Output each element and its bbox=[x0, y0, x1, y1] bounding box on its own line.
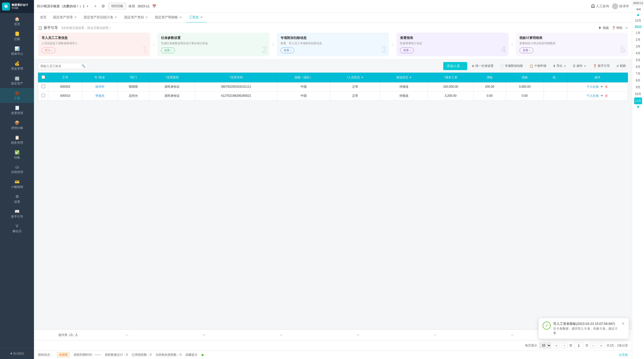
cell-name-0[interactable]: 徐泽华 bbox=[82, 82, 117, 91]
toast-notification: ✓ 导入工资表模板(2023-03-23 15:07:59.897) 共 9 条… bbox=[538, 318, 629, 339]
newguide-btn[interactable]: ❓ 新手引导 bbox=[591, 63, 612, 69]
account-selector[interactable]: 刘小艳演示账套（勿删勿动！）1 ▼ bbox=[37, 4, 89, 9]
panel-month-11[interactable]: 11月 bbox=[634, 97, 642, 104]
tab-asset-types[interactable]: 固定资产类别✕ bbox=[121, 13, 151, 23]
calendar-icon[interactable]: 📅 bbox=[152, 4, 156, 8]
export-btn[interactable]: ⬆ 导出 ▼ bbox=[551, 63, 568, 69]
general-ledger-icon: 📒 bbox=[15, 31, 20, 36]
sidebar-item-funds[interactable]: 💰 资金管理 bbox=[0, 59, 34, 73]
panel-month-5[interactable]: 5月 bbox=[634, 57, 642, 64]
next-page-btn[interactable]: › bbox=[590, 343, 596, 348]
add-account-btn[interactable]: ＋ bbox=[92, 3, 98, 10]
table-header: 工号 ⇅ *姓名 *部门 *证照类型 *证照号码 国籍（地区） *人员状态 ▼ … bbox=[38, 73, 628, 82]
page-num-input[interactable] bbox=[574, 343, 583, 348]
sidebar-item-settings[interactable]: ⚙ 设置 bbox=[0, 192, 34, 207]
step-5-btn[interactable]: 查看 › bbox=[519, 47, 533, 53]
panel-month-9[interactable]: 9月 bbox=[634, 84, 642, 91]
step-2-btn[interactable]: 设置 › bbox=[161, 47, 175, 53]
operations-btn[interactable]: ☰ 操作 ▼ bbox=[571, 63, 588, 69]
sidebar-item-inventory[interactable]: 📦 进销台账 bbox=[0, 118, 34, 133]
total-records: 共1页，2条记录 bbox=[607, 343, 628, 348]
refresh-btn[interactable]: ↺ 刷新 bbox=[614, 63, 628, 69]
tab-close-asset-types[interactable]: ✕ bbox=[145, 16, 148, 19]
panel-expand-btn[interactable]: ◀◀ bbox=[635, 6, 641, 12]
cancel-fixed-btn[interactable]: ◀ 取消固定 bbox=[1, 350, 33, 357]
sidebar-item-reports[interactable]: 📊 报表中心 bbox=[0, 44, 34, 59]
action-delete-0[interactable]: 🗑 bbox=[605, 85, 608, 88]
action-social-0[interactable]: 个人社保 bbox=[587, 85, 599, 88]
last-page-btn[interactable]: » bbox=[598, 343, 604, 348]
select-all-checkbox[interactable] bbox=[42, 75, 45, 79]
th-name: ⇅ *姓名 bbox=[82, 73, 117, 82]
search-input[interactable] bbox=[40, 64, 80, 68]
step-3-btn[interactable]: 查看 › bbox=[280, 47, 294, 53]
row-select-0[interactable] bbox=[42, 85, 45, 88]
cell-status-1: 正常 bbox=[330, 91, 380, 100]
sidebar-item-tax[interactable]: 📋 税务管理 bbox=[0, 133, 34, 147]
prev-page-btn[interactable]: ‹ bbox=[561, 343, 567, 348]
panel-month-8[interactable]: 8月 bbox=[634, 77, 642, 84]
help-link[interactable]: ❓ 帮助 bbox=[612, 26, 622, 30]
step-4-btn[interactable]: 查看 › bbox=[400, 47, 414, 53]
sidebar-label-invoices: 发票管理 bbox=[11, 111, 23, 115]
special-deduct-btn[interactable]: 📄 专项附加扣除 bbox=[498, 63, 525, 69]
action-edit-1[interactable]: ✏ bbox=[601, 94, 603, 97]
action-delete-1[interactable]: 🗑 bbox=[605, 94, 608, 97]
toast-close-btn[interactable]: ✕ bbox=[622, 322, 625, 326]
per-page-select[interactable]: 10 20 50 bbox=[539, 342, 551, 348]
tab-fixed-assets[interactable]: 固定资产管理✕ bbox=[50, 13, 80, 23]
tab-depreciation[interactable]: 固定资产折旧统计表✕ bbox=[81, 13, 121, 23]
tab-label-fixed-assets: 固定资产管理 bbox=[53, 15, 73, 20]
cell-name-1[interactable]: 李俊杰 bbox=[82, 91, 117, 100]
tax-report-btn[interactable]: 📋 个税申报 bbox=[528, 63, 548, 69]
cell-idtype-0: 居民身份证 bbox=[149, 82, 195, 91]
add-person-btn[interactable]: 添加人员 ▼ bbox=[443, 62, 467, 70]
panel-month-1[interactable]: 1月 bbox=[634, 30, 642, 36]
search-icon[interactable]: 🔍 bbox=[82, 64, 86, 68]
panel-month-2[interactable]: 2月 bbox=[634, 36, 642, 43]
sidebar-item-invoices[interactable]: 🧾 发票管理 bbox=[0, 103, 34, 118]
step-1-btn[interactable]: 导入 › bbox=[42, 47, 55, 53]
tab-asset-ledger[interactable]: 固定资产明细账✕ bbox=[152, 13, 185, 23]
tab-close-fixed-assets[interactable]: ✕ bbox=[74, 16, 77, 19]
sidebar-item-membership[interactable]: V 畅会员 bbox=[0, 221, 34, 236]
row-select-1[interactable] bbox=[42, 94, 45, 97]
old-version-btn[interactable]: 切到旧版 bbox=[108, 3, 126, 10]
user-info[interactable]: 徐泽华 bbox=[612, 3, 629, 9]
settings-btn[interactable]: ⚙ bbox=[100, 3, 106, 10]
panel-month-10[interactable]: 10月 bbox=[634, 91, 642, 97]
tab-close-payroll[interactable]: ✕ bbox=[200, 16, 203, 19]
sidebar-item-expense[interactable]: 💳 小畅报销 bbox=[0, 177, 34, 192]
export-dropdown-icon: ▼ bbox=[564, 65, 566, 68]
sidebar-item-archive[interactable]: 🗂 归档管理 bbox=[0, 162, 34, 177]
tab-payroll[interactable]: 工资表✕ bbox=[186, 13, 206, 23]
panel-month-4[interactable]: 4月 bbox=[634, 50, 642, 57]
panel-month-6[interactable]: 6月 bbox=[634, 64, 642, 70]
panel-up-btn[interactable]: ▲ bbox=[636, 12, 641, 17]
panel-month-7[interactable]: 7月 bbox=[634, 70, 642, 77]
tab-close-asset-ledger[interactable]: ✕ bbox=[179, 16, 182, 19]
sidebar-item-closing[interactable]: ✅ 结账 bbox=[0, 147, 34, 162]
table-row: 000010 李俊杰 总经办 居民身份证 412702198206290521 … bbox=[38, 91, 628, 100]
ai-consult-btn[interactable]: 🎧 人工咨询 bbox=[591, 4, 609, 9]
close-guide-btn[interactable]: ✕ bbox=[625, 26, 628, 30]
action-social-1[interactable]: 个人社保 bbox=[587, 94, 599, 97]
sidebar-item-general-ledger[interactable]: 📒 总账 bbox=[0, 29, 34, 44]
panel-month-12[interactable]: 12月 bbox=[634, 17, 642, 24]
panel-month-3[interactable]: 3月 bbox=[634, 43, 642, 50]
table-row: 000002 徐泽华 嘻嘻嘻 居民身份证 360782200104131111 … bbox=[38, 82, 628, 91]
sidebar-item-home[interactable]: 🏠 首页 bbox=[0, 14, 34, 29]
social-security-btn[interactable]: ⚙ 统一社保设置 bbox=[470, 63, 496, 69]
sidebar-item-fixed-assets[interactable]: 🏢 固定资产 bbox=[0, 73, 34, 88]
warning-label: 温馨提示 bbox=[185, 353, 197, 357]
charge-link[interactable]: 去充值 bbox=[619, 353, 628, 357]
action-edit-0[interactable]: ✏ bbox=[601, 85, 603, 88]
video-link[interactable]: ▶ 视频 bbox=[599, 26, 609, 30]
reports-icon: 📊 bbox=[15, 46, 20, 51]
tab-close-depreciation[interactable]: ✕ bbox=[114, 16, 118, 19]
sidebar-item-payroll[interactable]: 💼 工资 bbox=[0, 88, 34, 103]
tab-home[interactable]: 首页 bbox=[37, 13, 50, 23]
first-page-btn[interactable]: « bbox=[553, 343, 559, 348]
sidebar-item-new-guide[interactable]: 📖 新手引导 bbox=[0, 207, 34, 221]
panel-down-btn[interactable]: ▼ bbox=[636, 104, 641, 110]
